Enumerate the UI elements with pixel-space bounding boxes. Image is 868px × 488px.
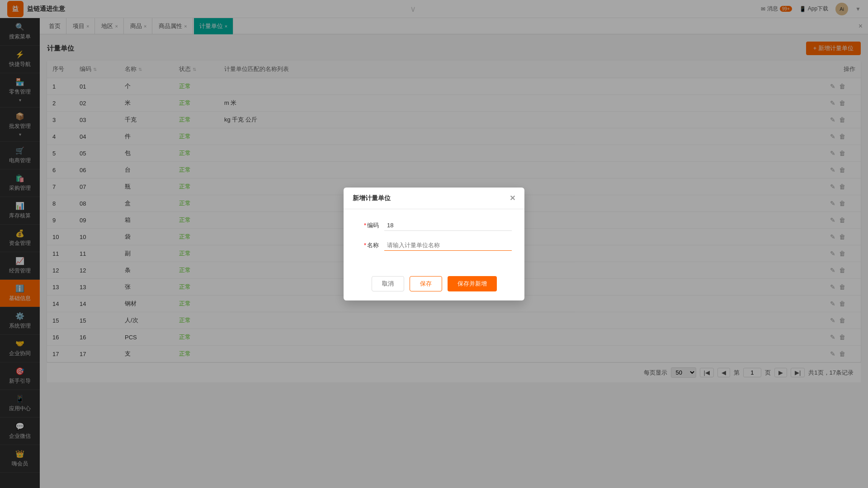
name-input[interactable] bbox=[384, 240, 512, 251]
form-field-name: 名称 bbox=[356, 240, 512, 251]
cancel-button[interactable]: 取消 bbox=[372, 276, 404, 291]
code-input[interactable] bbox=[384, 220, 512, 231]
modal-overlay: 新增计量单位 ✕ 编码 名称 取消 保存 保存并新增 bbox=[0, 0, 868, 488]
modal-title: 新增计量单位 bbox=[353, 194, 391, 202]
modal-footer: 取消 保存 保存并新增 bbox=[344, 271, 524, 300]
code-label: 编码 bbox=[356, 221, 379, 230]
name-label: 名称 bbox=[356, 241, 379, 249]
modal-header: 新增计量单位 ✕ bbox=[344, 188, 524, 209]
modal-close-button[interactable]: ✕ bbox=[509, 194, 515, 202]
form-field-code: 编码 bbox=[356, 220, 512, 231]
modal-body: 编码 名称 bbox=[344, 209, 524, 271]
add-uom-modal: 新增计量单位 ✕ 编码 名称 取消 保存 保存并新增 bbox=[344, 188, 524, 300]
save-and-new-button[interactable]: 保存并新增 bbox=[448, 276, 497, 291]
save-button[interactable]: 保存 bbox=[410, 276, 442, 291]
